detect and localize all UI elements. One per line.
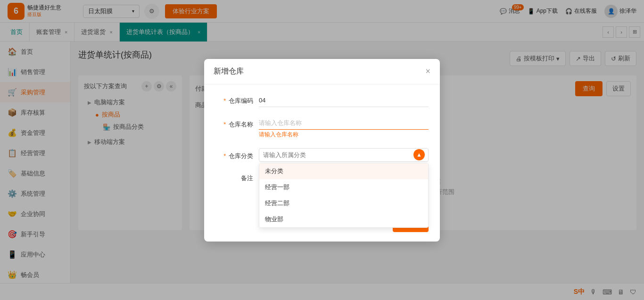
- dropdown-item-dept3[interactable]: 物业部: [259, 211, 428, 227]
- category-label: * 仓库分类: [215, 149, 253, 160]
- category-dropdown: 未分类 经营一部 经营二部 物业部: [259, 163, 429, 228]
- code-label: * 仓库编码: [215, 94, 253, 105]
- modal-header: 新增仓库 ×: [204, 59, 440, 84]
- dropdown-item-uncategorized[interactable]: 未分类: [259, 163, 428, 179]
- modal-title: 新增仓库: [214, 67, 244, 76]
- name-error-msg: 请输入仓库名称: [215, 131, 298, 139]
- category-toggle-button[interactable]: ▲: [413, 149, 425, 160]
- code-input[interactable]: [259, 94, 429, 107]
- name-label: * 仓库名称: [215, 117, 253, 129]
- category-input-wrap: ▲ 未分类 经营一部 经营二部 物业部: [259, 148, 429, 162]
- category-input[interactable]: [259, 148, 429, 162]
- name-field-row: * 仓库名称 请输入仓库名称: [215, 117, 429, 139]
- dropdown-item-dept2[interactable]: 经营二部: [259, 195, 428, 211]
- notes-label: 备注: [215, 171, 253, 183]
- dropdown-item-dept1[interactable]: 经营一部: [259, 179, 428, 195]
- code-field-row: * 仓库编码: [215, 94, 429, 107]
- name-input[interactable]: [259, 117, 429, 130]
- modal-overlay: 新增仓库 × * 仓库编码 * 仓库名称: [0, 0, 644, 300]
- modal-new-warehouse: 新增仓库 × * 仓库编码 * 仓库名称: [204, 59, 440, 242]
- category-field-row: * 仓库分类 ▲ 未分类 经营一部 经营二部 物业部: [215, 148, 429, 162]
- modal-close-button[interactable]: ×: [425, 67, 430, 75]
- modal-body: * 仓库编码 * 仓库名称 请输入仓库名称 *: [204, 84, 440, 210]
